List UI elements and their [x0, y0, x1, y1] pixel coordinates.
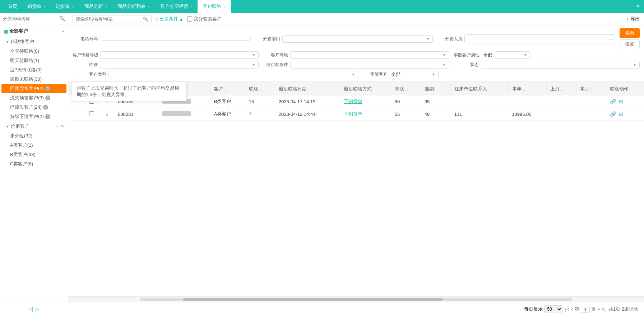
row1-link-icon[interactable]: 🔗 — [610, 99, 616, 104]
sidebar-item-unclassified[interactable]: 未分组(32) — [0, 131, 68, 141]
filter-more-dots[interactable]: ... — [73, 72, 77, 77]
sidebar-search-icon[interactable]: 🔍 — [59, 16, 65, 21]
sidebar-item-lost-warning[interactable]: 流失预警客户(3) ? — [0, 93, 68, 103]
row2-last-method[interactable]: 下销货单 — [344, 111, 362, 117]
sidebar-item-class-b[interactable]: B类客户(33) — [0, 150, 68, 159]
row2-link-icon[interactable]: 🔗 — [610, 111, 616, 117]
my-customers-checkbox-area: 我分管的客户 — [187, 16, 222, 22]
sidebar-item-class-a[interactable]: A类客户(1) — [0, 141, 68, 150]
export-button[interactable]: ↑ 导出 — [627, 16, 640, 22]
department-input[interactable]: ▼ — [282, 35, 433, 43]
gender-input[interactable]: ▼ — [100, 61, 259, 69]
manager-input[interactable]: ··· — [464, 34, 615, 43]
more-conditions-button[interactable]: ▽ 更多条件 ▲ — [155, 16, 184, 22]
customer-type-input[interactable]: ▼ — [108, 71, 358, 78]
nav-tab-goods-analysis-close[interactable]: × — [105, 4, 107, 9]
my-customers-checkbox[interactable] — [187, 16, 192, 22]
scroll-track[interactable] — [140, 298, 572, 301]
next-page-btn[interactable]: > — [597, 307, 600, 312]
customer-level-input[interactable]: ▼ — [290, 51, 449, 59]
last-page-btn[interactable]: >| — [602, 307, 606, 312]
filter-bar: 🔍 ▽ 更多条件 ▲ 我分管的客户 ↑ 导出 — [68, 13, 644, 25]
sidebar-all-customers[interactable]: ▦ 全部客户 « — [0, 26, 68, 37]
sidebar-item-overdue[interactable]: 逾期未联络(30) — [0, 75, 68, 84]
row1-overdue-cell: 35 — [421, 95, 451, 108]
nav-tab-goods-analysis-list[interactable]: 商品分析列表 × — [112, 0, 155, 13]
row2-contact: 7 — [249, 112, 251, 117]
this-year-col-label: 本年... — [512, 86, 525, 91]
sidebar-value-group[interactable]: ▼ 价值客户 ○ ✎ — [0, 121, 68, 131]
nav-tab-goods-analysis-list-label: 商品分析列表 — [117, 3, 145, 10]
settings-button[interactable]: 设置 — [620, 39, 640, 49]
pagination: 每页显示 50 100 200 |< < 第 1 页 > >| 共1页 2条记录 — [68, 302, 644, 316]
table-area: ⚙ ⇅ 客户编码 ⇅ 客户名称 客户... — [68, 83, 644, 296]
search-icon: 🔍 — [143, 16, 148, 22]
row2-name-blurred — [162, 111, 191, 116]
row2-name-cell — [159, 108, 210, 121]
first-page-btn[interactable]: |< — [565, 307, 569, 312]
sidebar-item-tomorrow[interactable]: 明天待联络(1) — [0, 56, 68, 65]
sidebar-item-class-b-label: B类客户(33) — [10, 152, 36, 157]
sidebar-item-today[interactable]: 今天待联络(0) — [0, 47, 68, 56]
value-group-edit-icon[interactable]: ✎ — [61, 124, 64, 129]
customer-level-field: 客户等级 ▼ — [263, 51, 449, 59]
content-area: 🔍 ▽ 更多条件 ▲ 我分管的客户 ↑ 导出 电话号码 — [68, 13, 644, 316]
search-input[interactable] — [76, 16, 143, 22]
retail-customer-input[interactable]: ▼ — [403, 71, 439, 78]
current-page-input[interactable]: 1 — [581, 306, 590, 313]
nav-tab-goods-analysis[interactable]: 商品分析 × — [79, 0, 112, 13]
row2-checkbox[interactable] — [89, 111, 94, 116]
nav-tab-customer-segment-close[interactable]: × — [190, 4, 193, 9]
sidebar-item-repurchase-abnormal[interactable]: 回购异常客户(2) ? — [1, 84, 66, 93]
row1-unit-contact-cell — [451, 95, 509, 108]
nav-tab-purchase-close[interactable]: × — [72, 4, 74, 9]
sidebar-expand-btn[interactable]: ◁ — [28, 306, 33, 312]
scroll-thumb[interactable] — [183, 298, 443, 301]
nav-tab-customer-segment[interactable]: 客户分层经营 × — [155, 0, 198, 13]
sidebar-item-already-lost[interactable]: 已流失客户(24) ? — [0, 103, 68, 112]
top-navigation: 首页 销货单 × 进货单 × 商品分析 × 商品分析列表 × 客户分层经营 × … — [0, 0, 644, 13]
sidebar-pending-group[interactable]: ▼ 待联络客户 — [0, 37, 68, 47]
advanced-filter: 电话号码 分管部门 ▼ 分管人员 ··· 查询 设置 — [68, 25, 644, 81]
row2-unit-contact: 111 — [454, 112, 462, 117]
export-label: 导出 — [630, 16, 640, 22]
sidebar-item-lost-warning-label: 流失预警客户(3) — [10, 95, 44, 101]
action-col-label: 联络动作 — [610, 86, 629, 91]
nav-tab-goods-analysis-list-close[interactable]: × — [148, 4, 150, 9]
sidebar-item-class-c[interactable]: C类客户(6) — [0, 159, 68, 169]
nav-tab-home[interactable]: 首页 — [3, 0, 22, 13]
sidebar-bottom-icon[interactable]: ▷ — [36, 306, 40, 312]
status-input[interactable]: ▼ — [481, 61, 640, 69]
row1-last-method[interactable]: 下销货单 — [344, 99, 362, 104]
per-page-select[interactable]: 50 100 200 — [544, 305, 562, 313]
row2-grid-icon[interactable]: ⊞ — [619, 111, 623, 117]
nav-tab-customer-contact[interactable]: 客户联络 × — [198, 0, 231, 13]
payment-input[interactable]: ▼ — [290, 61, 449, 69]
phone-input[interactable] — [100, 37, 251, 41]
nav-tab-purchase[interactable]: 进货单 × — [51, 0, 79, 13]
sidebar-search-input[interactable] — [3, 16, 58, 21]
horizontal-scrollbar[interactable] — [68, 296, 644, 302]
sidebar-collapse-btn[interactable]: « — [62, 29, 64, 33]
retail-customer-label: 零散客户 — [362, 71, 388, 77]
sidebar-item-declining[interactable]: 持续下滑客户(2) ? — [0, 112, 68, 121]
sidebar-item-7days[interactable]: 近7天待联络(0) — [0, 65, 68, 75]
price-level-input[interactable]: ▼ — [101, 51, 259, 59]
row1-grid-icon[interactable]: ⊞ — [619, 99, 623, 104]
row2-this-year-cell: 10995.00 — [508, 108, 546, 121]
nav-tab-home-label: 首页 — [8, 3, 17, 10]
sidebar-item-unclassified-label: 未分组(32) — [10, 133, 32, 138]
sidebar-item-repurchase-label: 回购异常客户(2) — [10, 85, 44, 92]
nav-tab-sales[interactable]: 销货单 × — [22, 0, 51, 13]
query-button[interactable]: 查询 — [620, 28, 640, 38]
nav-tab-customer-contact-close[interactable]: × — [223, 4, 226, 9]
close-all-button[interactable]: × — [636, 3, 640, 10]
prev-page-btn[interactable]: < — [571, 307, 574, 312]
nav-tab-purchase-label: 进货单 — [56, 3, 70, 10]
already-lost-help-icon: ? — [43, 105, 48, 110]
nav-tab-sales-close[interactable]: × — [43, 4, 46, 9]
row1-not-contact: 50 — [395, 99, 400, 104]
row2-level: A类客户 — [214, 111, 231, 117]
retail-attr-input[interactable]: ▼ — [495, 51, 531, 59]
sidebar-all-customers-label: 全部客户 — [9, 28, 28, 34]
